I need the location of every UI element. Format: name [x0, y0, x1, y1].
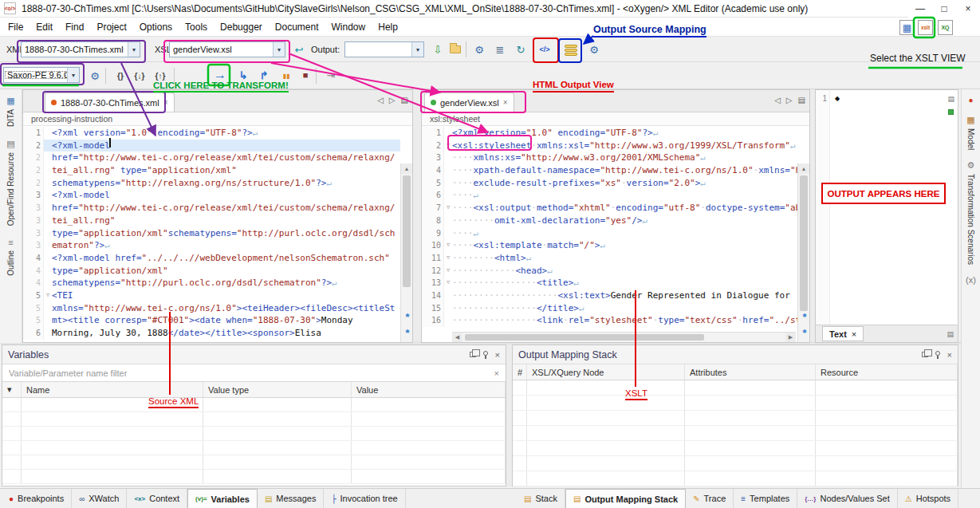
pane-splitter[interactable] [413, 89, 421, 343]
sync-scroll-icon[interactable]: * [800, 327, 809, 339]
menu-document[interactable]: Document [269, 22, 325, 33]
code-line[interactable]: 2▽<xsl:stylesheet·xmlns:xsl="http://www.… [422, 140, 797, 152]
variables-filter-input[interactable]: Variable/Parameter name filter × [2, 364, 506, 382]
chevron-down-icon[interactable]: ▾ [128, 42, 140, 57]
side-tab-transformation-scenarios[interactable]: ⚙Transformation Scenarios [966, 160, 975, 265]
float-panel-icon[interactable] [470, 352, 476, 357]
code-line[interactable]: 3type="application/xml"schematypens="htt… [23, 227, 400, 240]
pause-icon[interactable]: ▮▮ [277, 67, 295, 85]
column-header[interactable]: ▾ [2, 382, 22, 397]
menu-tools[interactable]: Tools [179, 22, 214, 33]
fold-toggle-icon[interactable]: ▽ [444, 277, 452, 289]
scroll-tabs-right-icon[interactable]: ▷ [389, 96, 396, 104]
html-output-view-icon[interactable]: </> [536, 41, 553, 58]
close-button[interactable]: × [956, 0, 980, 18]
scroll-right-icon[interactable]: ▶ [785, 333, 796, 342]
pin-panel-icon[interactable] [483, 351, 488, 356]
debug-settings-icon[interactable]: ≣ [491, 41, 509, 58]
menu-help[interactable]: Help [372, 22, 404, 33]
table-row[interactable] [513, 426, 958, 441]
save-output-icon[interactable]: ⇩ [429, 41, 447, 58]
column-header[interactable]: Value type [203, 382, 352, 397]
code-line[interactable]: 4····xpath-default-namespace="http://www… [422, 164, 797, 177]
scroll-tabs-left-icon[interactable]: ◁ [774, 96, 781, 104]
xquery-debugger-view-icon[interactable]: XQ [938, 20, 953, 35]
gear-icon[interactable]: ⚙ [585, 41, 603, 58]
table-row[interactable] [2, 470, 506, 484]
engine-settings-gear-icon[interactable]: ⚙ [86, 67, 104, 85]
step-into-icon[interactable]: ↳ [234, 66, 252, 84]
fold-toggle-icon[interactable]: ▽ [444, 140, 452, 152]
tab-stack[interactable]: ▤Stack [517, 489, 565, 508]
column-header[interactable]: Attributes [685, 364, 816, 380]
xml-source-combobox[interactable]: 1888-07-30-ChTimes.xml ▾ [21, 41, 140, 57]
link-output-icon[interactable]: ↩ [290, 41, 308, 58]
xsl-stylesheet-combobox[interactable]: genderView.xsl ▾ [169, 41, 285, 57]
pin-panel-icon[interactable] [935, 351, 940, 356]
profiler-icon[interactable]: ↻ [512, 41, 529, 58]
code-line[interactable]: 6····↵ [422, 189, 797, 202]
close-panel-icon[interactable]: × [947, 350, 952, 360]
editor-layout-icon[interactable]: ▦ [899, 20, 915, 35]
code-line[interactable]: 4type="application/xml" [23, 265, 400, 278]
tab-templates[interactable]: ≡Templates [734, 489, 797, 508]
panel-menu-icon[interactable]: ▤ [947, 330, 954, 338]
chevron-down-icon[interactable]: ▾ [67, 68, 79, 82]
code-line[interactable]: 1<?xml version="1.0" encoding="UTF-8"?>↵ [422, 127, 797, 140]
tab-list-icon[interactable]: ▤ [798, 96, 805, 104]
code-line[interactable]: 2href="http://www.tei-c.org/release/xml/… [23, 152, 400, 164]
tab-xwatch[interactable]: ∞XWatch [72, 489, 127, 508]
tab-variables[interactable]: (v)=Variables [187, 489, 258, 508]
table-row[interactable] [513, 411, 958, 426]
scroll-up-icon[interactable]: ▲ [401, 163, 412, 174]
tab-breakpoints[interactable]: ●Breakpoints [2, 489, 72, 508]
menu-debugger[interactable]: Debugger [214, 22, 269, 33]
minimize-button[interactable]: — [908, 0, 932, 18]
table-row[interactable] [513, 471, 958, 486]
tab-nodes-values-set[interactable]: {…}Nodes/Values Set [797, 489, 897, 508]
code-line[interactable]: 2<?xml-model [23, 140, 400, 152]
tab-output-mapping-stack[interactable]: ▤Output Mapping Stack [565, 489, 686, 508]
menu-options[interactable]: Options [133, 22, 179, 33]
scrollbar-thumb[interactable] [403, 175, 411, 287]
code-line[interactable]: 9····↵ [422, 227, 797, 240]
code-line[interactable]: 6Morning, July 30, 1888</date></title><s… [23, 327, 400, 340]
side-tab-icon[interactable]: (x) [966, 275, 976, 285]
sync-scroll-icon[interactable]: * [403, 311, 412, 323]
horizontal-scrollbar[interactable]: ◀ ▶ [452, 332, 796, 342]
code-line[interactable]: 10▽····<xsl:template·match="/">↵ [422, 239, 797, 252]
scroll-tabs-right-icon[interactable]: ▷ [786, 96, 793, 104]
table-row[interactable] [2, 427, 506, 441]
column-header[interactable]: Resource [816, 364, 958, 380]
breadcrumb[interactable]: processing-instruction [23, 112, 412, 126]
menu-find[interactable]: Find [59, 22, 90, 33]
xslt-debugger-view-icon[interactable]: xslt [918, 20, 933, 35]
code-line[interactable]: 4schematypens="http://purl.oclc.org/dsdl… [23, 277, 400, 289]
xsl-code-area[interactable]: 1<?xml version="1.0" encoding="UTF-8"?>↵… [422, 127, 809, 342]
code-line[interactable]: 5mt><title corresp="#CT001"><date when="… [23, 314, 400, 327]
tab-messages[interactable]: ▤Messages [258, 489, 325, 508]
xml-code-area[interactable]: 1<?xml version="1.0" encoding="UTF-8"?>↵… [23, 127, 412, 342]
side-tab-open-find-resource[interactable]: ▤Open/Find Resource [6, 139, 15, 226]
code-line[interactable]: 3····xmlns:xs="http://www.w3.org/2001/XM… [422, 152, 797, 164]
menu-window[interactable]: Window [325, 22, 372, 33]
table-row[interactable] [2, 441, 506, 455]
table-row[interactable] [2, 412, 506, 427]
tab-list-icon[interactable]: ▤ [401, 96, 408, 104]
breadcrumb[interactable]: xsl:stylesheet [422, 112, 809, 126]
code-line[interactable]: 7▽····<xsl:output·method="xhtml"·encodin… [422, 202, 797, 215]
table-row[interactable] [513, 396, 958, 411]
step-up-node-icon[interactable]: {↑} [152, 67, 169, 85]
tab-hotspots[interactable]: ⚠Hotspots [898, 489, 958, 508]
show-xml-node-icon[interactable]: {} [112, 67, 129, 85]
menu-project[interactable]: Project [90, 22, 132, 33]
fold-toggle-icon[interactable]: ▽ [444, 265, 452, 278]
tab-xml-document[interactable]: 1888-07-30-ChTimes.xml × [45, 93, 175, 112]
fold-toggle-icon[interactable]: ▽ [444, 239, 452, 252]
tab-xsl-document[interactable]: genderView.xsl × [424, 93, 514, 112]
step-down-node-icon[interactable]: {↓} [131, 67, 148, 85]
column-header[interactable]: # [513, 364, 527, 380]
scroll-tabs-left-icon[interactable]: ◁ [377, 96, 384, 104]
tab-invocation-tree[interactable]: ├Invocation tree [324, 489, 405, 508]
code-line[interactable]: 4<?xml-model href="../../..//webDevelopm… [23, 252, 400, 265]
